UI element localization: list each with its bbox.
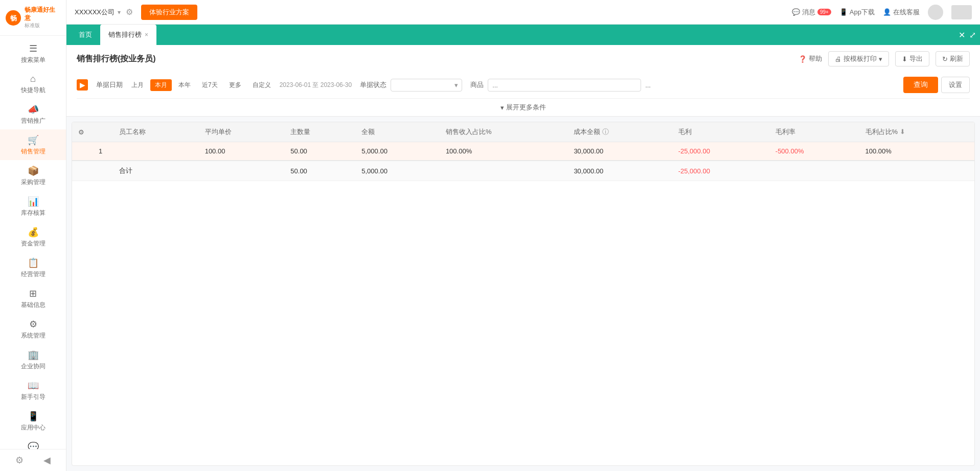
content-area: 销售排行榜(按业务员) ❓ 帮助 🖨 按模板打印 ▾ ⬇ 导出 (66, 45, 980, 471)
goods-filter-group: 商品 ... (470, 79, 651, 92)
tab-close-icon[interactable]: × (145, 31, 148, 38)
query-button[interactable]: 查询 (903, 77, 938, 93)
th-gross: 毛利 (672, 122, 769, 142)
sidebar-item-marketing[interactable]: 📣 营销推广 (0, 99, 66, 129)
purchase-icon: 📦 (28, 165, 39, 176)
export-icon: ⬇ (902, 55, 907, 63)
sidebar-item-basic[interactable]: ⊞ 基础信息 (0, 283, 66, 313)
date-tab-7days[interactable]: 近7天 (197, 79, 222, 91)
inventory-icon: 📊 (28, 196, 39, 207)
apps-icon: 📱 (28, 411, 39, 422)
date-range-display: 2023-06-01 至 2023-06-30 (280, 81, 352, 89)
status-filter-label: 单据状态 (360, 80, 386, 89)
sidebar-logo: 畅 畅康通好生意 标准版 (0, 0, 66, 36)
footer-sales-ratio (440, 161, 568, 181)
app-download-button[interactable]: 📱 App下载 (839, 8, 875, 17)
date-tab-this-month[interactable]: 本月 (150, 79, 172, 91)
gross-ratio-sort-icon[interactable]: ⬇ (900, 128, 905, 136)
tab-home[interactable]: 首页 (71, 25, 100, 45)
table-settings-icon: ⚙ (78, 128, 84, 136)
svg-text:畅: 畅 (10, 14, 17, 22)
sidebar-item-apps[interactable]: 📱 应用中心 (0, 406, 66, 436)
footer-amount: 5,000.00 (355, 161, 440, 181)
expand-more-button[interactable]: ▾ 展开更多条件 (500, 103, 546, 112)
tab-expand-button[interactable]: ⤢ (969, 30, 976, 40)
tab-bar-actions: ✕ ⤢ (959, 30, 976, 40)
tab-home-label: 首页 (79, 30, 92, 39)
status-select[interactable] (391, 79, 462, 92)
th-gross-rate: 毛利率 (769, 122, 859, 142)
print-icon: 🖨 (835, 55, 841, 63)
cell-rank: 1 (93, 142, 113, 161)
sales-icon: 🛒 (28, 134, 39, 146)
sidebar-item-shortcut[interactable]: ⌂ 快捷导航 (0, 69, 66, 99)
sidebar-item-finance[interactable]: 💰 资金管理 (0, 221, 66, 252)
th-avg-price: 平均单价 (199, 122, 285, 142)
user-name-area[interactable] (951, 5, 972, 19)
message-button[interactable]: 💬 消息 99+ (792, 8, 831, 17)
date-tab-more[interactable]: 更多 (224, 79, 246, 91)
footer-qty: 50.00 (284, 161, 355, 181)
sidebar-item-sales[interactable]: 🛒 销售管理 (0, 129, 66, 160)
sidebar-item-purchase[interactable]: 📦 采购管理 (0, 160, 66, 191)
sidebar-item-search[interactable]: ☰ 搜索菜单 (0, 38, 66, 69)
sidebar-settings-icon[interactable]: ⚙ (15, 455, 24, 466)
page-title: 销售排行榜(按业务员) (77, 54, 156, 64)
refresh-button[interactable]: ↻ 刷新 (936, 51, 970, 66)
help-label: 帮助 (809, 54, 822, 63)
operations-icon: 📋 (28, 257, 39, 268)
finance-icon: 💰 (28, 227, 39, 238)
table-body: 1 100.00 50.00 5,000.00 100.00% 30,000.0… (72, 142, 974, 161)
table-footer: 合计 50.00 5,000.00 30,000.00 -25,000.00 (72, 161, 974, 181)
sidebar-item-inventory[interactable]: 📊 库存核算 (0, 191, 66, 221)
industry-button[interactable]: 体验行业方案 (141, 5, 197, 20)
footer-gross-rate (769, 161, 859, 181)
app-label: App下载 (850, 8, 875, 17)
date-tab-prev-month[interactable]: 上月 (127, 79, 148, 91)
sidebar-item-system[interactable]: ⚙ 系统管理 (0, 313, 66, 344)
filter-expand-button[interactable]: ▶ (77, 79, 88, 91)
tab-sales-ranking[interactable]: 销售排行榜 × (100, 25, 156, 45)
date-tab-custom[interactable]: 自定义 (248, 79, 276, 91)
sidebar-item-operations[interactable]: 📋 经营管理 (0, 252, 66, 283)
sidebar-nav: ☰ 搜索菜单 ⌂ 快捷导航 📣 营销推广 🛒 销售管理 📦 采购管理 📊 库存核… (0, 36, 66, 449)
refresh-icon: ↻ (942, 55, 948, 63)
app-icon: 📱 (839, 8, 848, 16)
print-button[interactable]: 🖨 按模板打印 ▾ (828, 51, 889, 66)
sidebar-collapse-icon[interactable]: ◀ (43, 455, 51, 466)
th-settings[interactable]: ⚙ (72, 122, 93, 142)
cell-qty: 50.00 (284, 142, 355, 161)
user-avatar[interactable] (928, 5, 943, 20)
date-tab-this-year[interactable]: 本年 (174, 79, 195, 91)
marketing-icon: 📣 (28, 104, 39, 115)
corp-icon: 🏢 (28, 349, 39, 361)
export-label: 导出 (909, 54, 923, 63)
th-rank (93, 122, 113, 142)
cell-name (113, 142, 199, 161)
export-button[interactable]: ⬇ 导出 (895, 51, 929, 66)
sidebar-item-corp[interactable]: 🏢 企业协同 (0, 344, 66, 375)
wechat-icon: 💬 (28, 441, 39, 449)
header-settings-icon[interactable]: ⚙ (126, 7, 133, 17)
query-action-group: 查询 设置 (903, 77, 970, 93)
sidebar-item-guide[interactable]: 📖 新手引导 (0, 375, 66, 406)
company-selector[interactable]: XXXXXX公司 ▾ (75, 8, 121, 17)
cell-sales-ratio: 100.00% (440, 142, 568, 161)
th-gross-ratio: 毛利占比% ⬇ (859, 122, 974, 142)
tab-bar: 首页 销售排行榜 × ✕ ⤢ (66, 25, 980, 45)
tab-close-button[interactable]: ✕ (959, 30, 965, 40)
footer-settings (72, 161, 93, 181)
print-label: 按模板打印 (844, 54, 877, 63)
online-service-button[interactable]: 👤 在线客服 (883, 8, 920, 17)
guide-icon: 📖 (28, 380, 39, 391)
page-header: 销售排行榜(按业务员) ❓ 帮助 🖨 按模板打印 ▾ ⬇ 导出 (66, 45, 980, 117)
goods-filter-input[interactable] (488, 79, 641, 92)
help-button[interactable]: ❓ 帮助 (799, 54, 822, 63)
sidebar: 畅 畅康通好生意 标准版 ☰ 搜索菜单 ⌂ 快捷导航 📣 营销推广 🛒 销售管理… (0, 0, 66, 471)
goods-more-button[interactable]: ... (645, 81, 651, 89)
sidebar-item-wechat[interactable]: 💬 企业微信 (0, 436, 66, 449)
cost-info-icon[interactable]: ⓘ (602, 128, 609, 136)
settings-text-button[interactable]: 设置 (941, 77, 970, 93)
message-label: 消息 (802, 8, 815, 17)
footer-gross: -25,000.00 (672, 161, 769, 181)
